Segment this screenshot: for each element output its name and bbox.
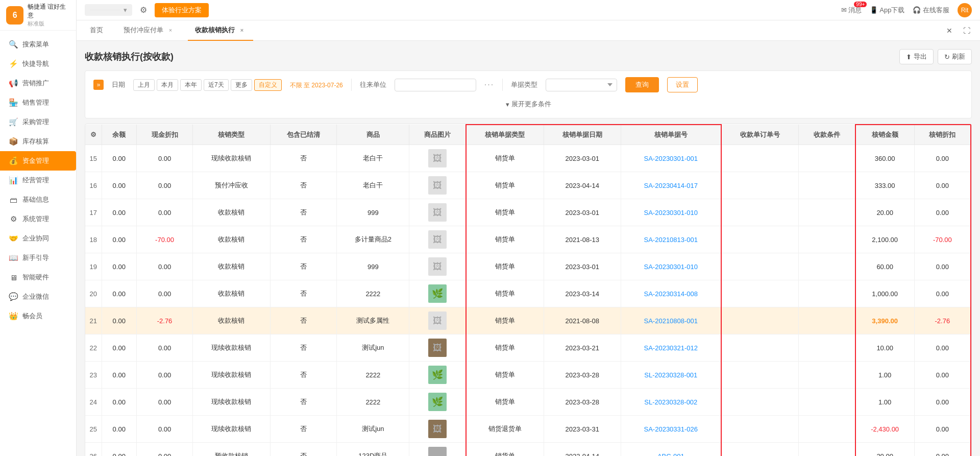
td-verify-doc-date: 2022-04-14 xyxy=(544,443,621,457)
industry-btn[interactable]: 体验行业方案 xyxy=(155,3,209,17)
maximize-btn[interactable]: ⛶ xyxy=(960,23,974,38)
td-settings[interactable]: 24 xyxy=(85,389,102,416)
sidebar-item-member[interactable]: 👑 畅会员 xyxy=(0,306,76,326)
verify-doc-link[interactable]: SA-20210808-001 xyxy=(644,317,698,325)
td-balance: 0.00 xyxy=(102,443,137,457)
message-btn[interactable]: ✉ 消息 99+ xyxy=(841,6,862,15)
partner-more-icon[interactable]: ··· xyxy=(484,80,494,89)
td-settings[interactable]: 15 xyxy=(85,145,102,172)
verify-doc-link[interactable]: SA-20230301-010 xyxy=(644,209,698,217)
sidebar-item-wechat[interactable]: 💬 企业微信 xyxy=(0,287,76,306)
collapse-arrow[interactable]: » xyxy=(93,80,104,90)
user-avatar[interactable]: Rit xyxy=(958,3,972,17)
td-verify-doc-type: 销货单 xyxy=(466,145,544,172)
tab-prepay[interactable]: 预付冲应付单 × xyxy=(116,20,182,41)
tab-home[interactable]: 首页 xyxy=(83,20,110,41)
table-row: 25 0.00 0.00 现续收款核销 否 测试jun 🖼 销货退货单 2023… xyxy=(85,416,971,443)
expand-conditions-btn[interactable]: ▾ 展开更多条件 xyxy=(506,97,551,112)
sidebar-item-sales[interactable]: 🏪 销售管理 xyxy=(0,93,76,112)
td-receipt-order-no xyxy=(721,389,799,416)
td-settings[interactable]: 16 xyxy=(85,172,102,199)
table-row: 24 0.00 0.00 现续收款核销 否 2222 🌿 销货单 2023-03… xyxy=(85,389,971,416)
date-custom[interactable]: 自定义 xyxy=(254,79,282,91)
date-this-year[interactable]: 本年 xyxy=(180,79,202,91)
tab-verify[interactable]: 收款核销执行 × xyxy=(188,20,253,41)
app-download-btn[interactable]: 📱 App下载 xyxy=(870,6,904,15)
sidebar-item-inventory[interactable]: 📦 库存核算 xyxy=(0,132,76,151)
sidebar-item-system[interactable]: ⚙ 系统管理 xyxy=(0,209,76,229)
tab-verify-close[interactable]: × xyxy=(238,26,246,34)
td-settings[interactable]: 22 xyxy=(85,334,102,362)
td-receipt-order-no xyxy=(721,416,799,443)
td-include-settled: 否 xyxy=(270,443,337,457)
td-include-settled: 否 xyxy=(270,199,337,226)
doc-type-select[interactable] xyxy=(546,79,617,91)
verify-doc-link[interactable]: SA-20230331-026 xyxy=(644,425,698,433)
sidebar-item-shortcut[interactable]: ⚡ 快捷导航 xyxy=(0,54,76,74)
td-balance: 0.00 xyxy=(102,226,137,253)
td-settings[interactable]: 25 xyxy=(85,416,102,443)
td-goods: 测试多属性 xyxy=(337,307,409,334)
tab-prepay-close[interactable]: × xyxy=(166,26,175,34)
td-settings[interactable]: 17 xyxy=(85,199,102,226)
table-head: ⚙ 余额 现金折扣 核销类型 包含已结清 商品 商品图片 核销单据类型 核销单据… xyxy=(85,125,971,145)
th-settings[interactable]: ⚙ xyxy=(85,125,102,145)
sidebar-item-marketing[interactable]: 📢 营销推广 xyxy=(0,74,76,93)
td-settings[interactable]: 18 xyxy=(85,226,102,253)
verify-doc-link[interactable]: SA-20210813-001 xyxy=(644,236,698,244)
td-include-settled: 否 xyxy=(270,362,337,389)
date-last-month[interactable]: 上月 xyxy=(133,79,155,91)
close-window-btn[interactable]: ✕ xyxy=(942,23,957,38)
verify-doc-link[interactable]: SA-20230321-012 xyxy=(644,344,698,352)
verify-doc-link[interactable]: SL-20230328-001 xyxy=(644,371,697,379)
td-cash-discount: 0.00 xyxy=(137,145,193,172)
td-goods: 123D商品 xyxy=(337,443,409,457)
sidebar-item-operation[interactable]: 📊 经营管理 xyxy=(0,171,76,190)
sidebar-item-basic[interactable]: 🗃 基础信息 xyxy=(0,190,76,209)
td-settings[interactable]: 19 xyxy=(85,253,102,280)
page-title: 收款核销执行(按收款) xyxy=(85,51,174,63)
sidebar-logo: 6 畅捷通 谊好生意 标准版 xyxy=(0,0,76,31)
query-btn[interactable]: 查询 xyxy=(625,77,659,92)
verify-doc-link[interactable]: SA-20230314-008 xyxy=(644,290,698,298)
td-verify-discount: 0.00 xyxy=(914,145,971,172)
verify-doc-link[interactable]: SL-20230328-002 xyxy=(644,398,697,406)
td-verify-doc-no: SA-20230301-001 xyxy=(621,145,721,172)
td-settings[interactable]: 21 xyxy=(85,307,102,334)
td-cash-discount: 0.00 xyxy=(137,443,193,457)
td-settings[interactable]: 23 xyxy=(85,362,102,389)
product-img: 🖼 xyxy=(428,339,447,357)
verify-doc-link[interactable]: SA-20230414-017 xyxy=(644,182,698,189)
settings-gear-btn[interactable]: ⚙ xyxy=(136,3,151,17)
sidebar-item-purchase[interactable]: 🛒 采购管理 xyxy=(0,112,76,132)
filter-settings-btn[interactable]: 设置 xyxy=(667,77,698,92)
verify-doc-link[interactable]: SA-20230301-010 xyxy=(644,263,698,271)
th-verify-discount: 核销折扣 xyxy=(914,125,971,145)
td-verify-discount: 0.00 xyxy=(914,362,971,389)
sidebar-item-hardware[interactable]: 🖥 智能硬件 xyxy=(0,268,76,287)
sidebar-item-finance[interactable]: 💰 资金管理 xyxy=(0,151,76,171)
td-receipt-terms xyxy=(799,443,855,457)
verify-doc-link[interactable]: ABC-001 xyxy=(657,452,684,457)
company-selector[interactable]: ▾ xyxy=(85,4,132,16)
date-more[interactable]: 更多 xyxy=(231,79,252,91)
td-goods-img: 🖼 xyxy=(409,416,466,443)
date-this-month[interactable]: 本月 xyxy=(157,79,178,91)
td-receipt-order-no xyxy=(721,172,799,199)
td-settings[interactable]: 26 xyxy=(85,443,102,457)
product-img-placeholder: 🖼 xyxy=(428,257,447,276)
online-service-btn[interactable]: 🎧 在线客服 xyxy=(913,6,949,15)
td-settings[interactable]: 20 xyxy=(85,280,102,307)
sidebar-item-corp[interactable]: 🤝 企业协同 xyxy=(0,229,76,248)
sidebar-item-search[interactable]: 🔍 搜索菜单 xyxy=(0,35,76,54)
sidebar-item-newbie[interactable]: 📖 新手引导 xyxy=(0,248,76,268)
table-header-row: ⚙ 余额 现金折扣 核销类型 包含已结清 商品 商品图片 核销单据类型 核销单据… xyxy=(85,125,971,145)
brand-sub: 标准版 xyxy=(28,20,70,28)
sidebar-label-shortcut: 快捷导航 xyxy=(22,59,49,68)
verify-doc-link[interactable]: SA-20230301-001 xyxy=(644,155,698,162)
date-7days[interactable]: 近7天 xyxy=(204,79,229,91)
refresh-btn[interactable]: ↻ 刷新 xyxy=(938,49,972,64)
td-verify-amount: 333.00 xyxy=(855,172,914,199)
partner-input[interactable] xyxy=(395,79,476,91)
export-btn[interactable]: ⬆ 导出 xyxy=(899,49,934,64)
